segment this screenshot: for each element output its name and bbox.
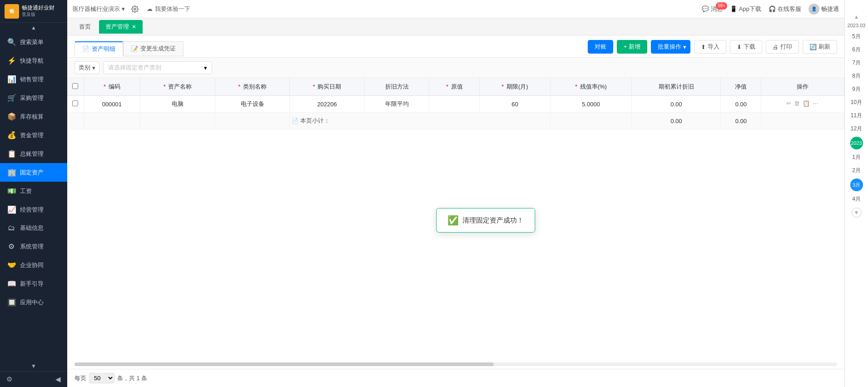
row-action: ✏ 🗑 📋 ⋯ xyxy=(761,96,844,111)
total-label: 条，共 1 条 xyxy=(117,374,147,382)
subtotal-icon: 📄 xyxy=(292,118,298,124)
message-button[interactable]: 💬 消息 99+ xyxy=(702,5,723,13)
edit-row-icon[interactable]: ✏ xyxy=(786,100,791,107)
sidebar-title: 畅捷通好业财 xyxy=(22,5,55,12)
subtab-voucher[interactable]: 📝 变更生成凭证 xyxy=(123,41,184,56)
sidebar-menu: 🔍 搜索菜单 ⚡ 快捷导航 📊 销售管理 🛒 采购管理 📦 库存核算 💰 资金管… xyxy=(0,33,67,361)
header-right: 💬 消息 99+ 📱 App下载 🎧 在线客服 👤 畅捷通 xyxy=(702,4,839,15)
sidebar-item-purchase[interactable]: 🛒 采购管理 xyxy=(0,89,67,107)
sidebar-scroll-up[interactable]: ▲ xyxy=(0,23,67,33)
asset-table: * 编码 * 资产名称 * 类别名称 * 购买日 xyxy=(67,78,844,129)
tab-home[interactable]: 首页 xyxy=(73,20,97,34)
print-button[interactable]: 🖨 打印 xyxy=(766,40,799,54)
box-icon: 📦 xyxy=(7,112,15,121)
reconcile-label: 对账 xyxy=(595,43,606,51)
sidebar-item-search[interactable]: 🔍 搜索菜单 xyxy=(0,33,67,51)
success-toast: ✅ 清理固定资产成功！ xyxy=(436,208,535,233)
per-page-label: 每页 xyxy=(74,374,86,382)
sidebar-item-payroll[interactable]: 💵 工资 xyxy=(0,182,67,200)
sidebar-item-mgmt[interactable]: 📈 经营管理 xyxy=(0,200,67,219)
sidebar-item-basicinfo[interactable]: 🗂 基础信息 xyxy=(0,219,67,237)
more-row-icon[interactable]: ⋯ xyxy=(813,100,818,107)
sidebar-header: 畅 畅捷通好业财 普及版 xyxy=(0,0,67,23)
sidebar-item-funds[interactable]: 💰 资金管理 xyxy=(0,126,67,144)
tab-bar: 首页 资产管理 ✕ xyxy=(67,18,844,35)
new-button[interactable]: + 新增 xyxy=(617,40,647,54)
tab-home-label: 首页 xyxy=(79,23,91,30)
service-button[interactable]: 🎧 在线客服 xyxy=(769,5,801,13)
user-name: 畅捷通 xyxy=(821,5,839,13)
sidebar-item-sales[interactable]: 📊 销售管理 xyxy=(0,70,67,89)
cal-month-2[interactable]: 2月 xyxy=(845,164,868,177)
sidebar-item-guide[interactable]: 📖 新手引导 xyxy=(0,274,67,293)
cal-month-9[interactable]: 9月 xyxy=(845,83,868,96)
cal-down-button[interactable]: ▼ xyxy=(852,208,862,218)
refresh-button[interactable]: 🔄 刷新 xyxy=(803,40,837,54)
download-button[interactable]: ⬇ 下载 xyxy=(730,40,762,54)
subtotal-label: 本页小计： xyxy=(300,117,330,124)
logo-text: 畅 xyxy=(10,8,14,15)
collapse-sidebar-icon[interactable]: ◀ xyxy=(55,375,61,383)
settings-bottom-icon[interactable]: ⚙ xyxy=(6,375,12,383)
category-input[interactable]: 请选择固定资产类别 ▾ xyxy=(103,61,212,74)
cal-month-8[interactable]: 8月 xyxy=(845,69,868,83)
cal-month-6[interactable]: 6月 xyxy=(845,43,868,56)
subtotal-row: 📄 本页小计： 0.00 0.00 xyxy=(67,113,844,129)
batch-button[interactable]: 批量操作 ▾ xyxy=(651,40,690,54)
sidebar-item-inventory[interactable]: 📦 库存核算 xyxy=(0,107,67,126)
cal-month-4[interactable]: 4月 xyxy=(845,193,868,206)
cal-month-12[interactable]: 12月 xyxy=(845,122,868,135)
cal-active-month[interactable]: 3月 xyxy=(850,179,863,191)
sidebar-item-appcenter[interactable]: 🔲 应用中心 xyxy=(0,293,67,312)
sidebar-item-bizcoop[interactable]: 🤝 企业协同 xyxy=(0,256,67,274)
sidebar-scroll-down[interactable]: ▼ xyxy=(0,361,67,371)
tab-close-icon[interactable]: ✕ xyxy=(132,24,136,30)
subtab-assetlist[interactable]: 📄 资产明细 xyxy=(74,41,123,56)
per-page-select[interactable]: 20 50 100 xyxy=(89,373,114,383)
row-code: 000001 xyxy=(84,96,140,113)
subtab-voucher-label: 变更生成凭证 xyxy=(140,45,176,53)
sidebar-item-label: 新手引导 xyxy=(20,280,44,288)
delete-row-icon[interactable]: 🗑 xyxy=(794,100,800,107)
app-download-button[interactable]: 📱 App下载 xyxy=(730,5,761,13)
company-selector[interactable]: 医疗器械行业演示 ▾ xyxy=(73,5,125,13)
app-label: App下载 xyxy=(739,5,761,13)
user-profile[interactable]: 👤 畅捷通 xyxy=(808,4,839,15)
col-depreciation: 折旧方法 xyxy=(364,78,429,96)
col-code: * 编码 xyxy=(84,78,140,96)
cal-month-10[interactable]: 10月 xyxy=(845,96,868,109)
sidebar-item-ledger[interactable]: 📋 总账管理 xyxy=(0,144,67,163)
asset-table-wrap: * 编码 * 资产名称 * 类别名称 * 购买日 xyxy=(67,78,844,362)
subtotal-accumdep: 0.00 xyxy=(632,113,721,129)
copy-row-icon[interactable]: 📋 xyxy=(803,100,810,107)
col-accumdep: 期初累计折旧 xyxy=(632,78,721,96)
reconcile-button[interactable]: 对账 xyxy=(588,40,613,54)
scrollbar-thumb[interactable] xyxy=(74,362,494,366)
experience-button[interactable]: ☁ 我要体验一下 xyxy=(147,5,190,13)
cal-month-7[interactable]: 7月 xyxy=(845,56,868,69)
cal-current-year[interactable]: 2023 xyxy=(850,137,863,149)
horizontal-scrollbar[interactable] xyxy=(74,362,837,366)
settings-button[interactable] xyxy=(129,3,141,15)
row-select-checkbox[interactable] xyxy=(72,100,78,106)
cal-up-icon[interactable]: ▲ xyxy=(854,14,859,20)
sidebar-item-label: 库存核算 xyxy=(20,113,44,121)
table-header-row: * 编码 * 资产名称 * 类别名称 * 购买日 xyxy=(67,78,844,96)
sidebar-item-sysadmin[interactable]: ⚙ 系统管理 xyxy=(0,237,67,256)
cal-month-11[interactable]: 11月 xyxy=(845,109,868,122)
category-select[interactable]: 类别 ▾ xyxy=(74,61,99,74)
col-checkbox xyxy=(67,78,84,96)
cal-month-1[interactable]: 1月 xyxy=(845,151,868,164)
service-label: 在线客服 xyxy=(778,5,801,13)
select-all-checkbox[interactable] xyxy=(72,83,78,89)
cal-month-5[interactable]: 5月 xyxy=(845,30,868,43)
subtab-assetlist-label: 资产明细 xyxy=(92,45,115,53)
sidebar-item-label: 资金管理 xyxy=(20,131,44,139)
subtotal-netvalue: 0.00 xyxy=(721,113,761,129)
sidebar-bottom: ⚙ ◀ xyxy=(0,371,67,387)
sidebar-item-quicknav[interactable]: ⚡ 快捷导航 xyxy=(0,51,67,70)
tab-assetmgmt[interactable]: 资产管理 ✕ xyxy=(99,20,143,34)
book-icon: 📖 xyxy=(7,279,15,288)
sidebar-item-fixedasset[interactable]: 🏢 固定资产 xyxy=(0,163,67,182)
import-button[interactable]: ⬆ 导入 xyxy=(694,40,726,54)
